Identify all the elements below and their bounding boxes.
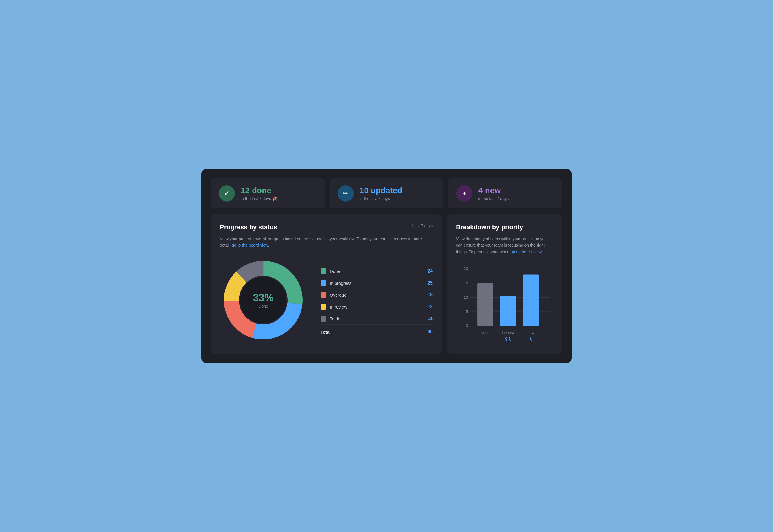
legend-val-overdue: 18	[428, 292, 433, 298]
dashboard: ✓ 12 done in the last 7 days 🎉 ✏ 10 upda…	[201, 169, 572, 363]
svg-text:5: 5	[466, 309, 468, 314]
board-view-link[interactable]: go to the board view.	[232, 243, 269, 247]
stat-card-updated: ✏ 10 updated in the last 7 days	[329, 178, 444, 208]
legend-dot-done	[320, 268, 326, 274]
legend-total-val: 90	[428, 329, 433, 335]
new-text: 4 new in the last 7 days	[478, 186, 509, 201]
legend-total-label: Total	[320, 330, 331, 335]
legend-name-todo: To do	[330, 316, 340, 321]
legend-todo: To do 11	[320, 313, 433, 325]
legend-name-done: Done	[330, 269, 340, 274]
legend-name-inreview: In review	[330, 304, 347, 309]
bar-lowest	[500, 296, 516, 326]
legend: Done 24 In progress 25	[320, 265, 433, 335]
progress-header: Progress by status Last 7 days	[220, 223, 433, 231]
stat-card-done: ✓ 12 done in the last 7 days 🎉	[211, 178, 325, 208]
priority-desc: View the priority of items within your p…	[456, 236, 553, 255]
legend-total: Total 90	[320, 326, 433, 335]
legend-dot-todo	[320, 316, 326, 322]
icon-low: ❮	[529, 336, 533, 341]
updated-text: 10 updated in the last 7 days	[359, 186, 403, 201]
svg-text:15: 15	[464, 281, 468, 285]
stat-cards: ✓ 12 done in the last 7 days 🎉 ✏ 10 upda…	[211, 178, 562, 208]
legend-done: Done 24	[320, 265, 433, 277]
bar-none	[477, 283, 493, 326]
legend-val-todo: 11	[428, 316, 433, 321]
updated-sub: in the last 7 days	[359, 196, 403, 201]
done-number: 12 done	[241, 186, 277, 195]
legend-val-done: 24	[428, 269, 433, 274]
donut-center: 33% Done	[240, 277, 286, 323]
svg-text:0: 0	[466, 324, 468, 328]
bar-chart: 20 15 10 5 0 None Lowest Low	[456, 263, 553, 344]
done-text: 12 done in the last 7 days 🎉	[241, 186, 277, 201]
x-label-none: None	[481, 330, 490, 335]
bar-low	[523, 275, 539, 326]
legend-dot-inreview	[320, 304, 326, 310]
x-label-lowest: Lowest	[502, 330, 514, 335]
icon-lowest: ❮❮	[505, 336, 512, 341]
x-label-low: Low	[527, 330, 534, 335]
donut-chart: 33% Done	[220, 257, 307, 343]
panels: Progress by status Last 7 days View your…	[211, 214, 562, 354]
new-sub: in the last 7 days	[478, 196, 509, 201]
svg-text:20: 20	[464, 267, 468, 271]
legend-inreview: In review 12	[320, 301, 433, 313]
icon-none: —	[483, 335, 487, 340]
done-icon: ✓	[219, 185, 235, 202]
legend-val-inprogress: 25	[428, 280, 433, 286]
new-icon: +	[456, 185, 473, 202]
progress-period: Last 7 days	[412, 223, 433, 228]
bar-chart-svg: 20 15 10 5 0 None Lowest Low	[456, 263, 553, 343]
stat-card-new: + 4 new in the last 7 days	[448, 178, 562, 208]
priority-title: Breakdown by priority	[456, 223, 553, 231]
list-view-link[interactable]: go to the list view.	[511, 250, 543, 254]
legend-dot-inprogress	[320, 280, 326, 286]
svg-text:10: 10	[464, 295, 468, 300]
new-number: 4 new	[478, 186, 509, 195]
donut-label: Done	[258, 304, 268, 309]
priority-panel: Breakdown by priority View the priority …	[447, 214, 562, 354]
legend-name-inprogress: In progress	[330, 281, 351, 286]
donut-pct: 33%	[253, 292, 274, 304]
legend-val-inreview: 12	[428, 304, 433, 309]
legend-name-overdue: Overdue	[330, 293, 346, 298]
progress-title: Progress by status	[220, 223, 277, 231]
chart-area: 33% Done Done 24	[220, 257, 433, 343]
progress-panel: Progress by status Last 7 days View your…	[211, 214, 442, 354]
legend-overdue: Overdue 18	[320, 289, 433, 301]
legend-dot-overdue	[320, 292, 326, 298]
legend-inprogress: In progress 25	[320, 277, 433, 289]
updated-number: 10 updated	[359, 186, 403, 195]
done-sub: in the last 7 days 🎉	[241, 196, 277, 201]
updated-icon: ✏	[337, 185, 354, 202]
progress-desc: View your project's overall progress bas…	[220, 236, 433, 249]
